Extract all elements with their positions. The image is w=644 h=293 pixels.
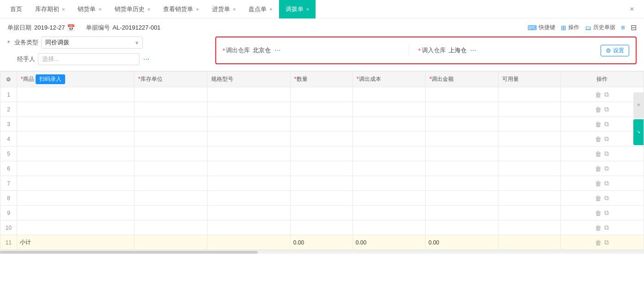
row-cost[interactable] [352,220,425,235]
copy-icon[interactable]: ⧉ [604,135,609,143]
tab-close-icon[interactable]: × [233,6,236,12]
row-cost[interactable] [352,206,425,220]
row-qty[interactable] [290,191,352,206]
delete-icon[interactable]: 🗑 [595,224,601,232]
row-amount[interactable] [425,191,498,206]
row-qty[interactable] [290,220,352,235]
operations-btn[interactable]: ⊞ 操作 [561,24,579,31]
delete-icon[interactable]: 🗑 [595,209,601,217]
row-avail[interactable] [498,176,560,191]
row-amount[interactable] [425,176,498,191]
copy-icon[interactable]: ⧉ [604,120,609,128]
copy-icon[interactable]: ⧉ [604,238,609,246]
row-product[interactable] [17,87,134,102]
row-avail[interactable] [498,191,560,206]
tab-close-icon[interactable]: × [147,6,150,12]
row-cost[interactable] [352,176,425,191]
agent-select[interactable]: 选择... [38,53,140,65]
tab-purchase[interactable]: 进货单 × [206,0,242,18]
layout-btn-1[interactable]: ≡ [621,24,625,32]
copy-icon[interactable]: ⧉ [604,150,609,158]
th-gear[interactable]: ⚙ [0,72,17,87]
tab-close-icon[interactable]: × [306,6,309,12]
tab-close-icon[interactable]: × [98,6,101,12]
sidebar-doc-btn[interactable]: ≡ [633,92,644,118]
row-cost[interactable] [352,191,425,206]
row-unit[interactable] [134,206,207,220]
tab-inventory-init[interactable]: 库存期初 × [29,0,71,18]
row-spec[interactable] [207,161,290,176]
row-cost[interactable] [352,87,425,102]
row-amount[interactable] [425,132,498,146]
row-spec[interactable] [207,102,290,117]
delete-icon[interactable]: 🗑 [595,150,601,158]
row-product[interactable] [17,161,134,176]
row-avail[interactable] [498,117,560,132]
copy-icon[interactable]: ⧉ [604,165,609,172]
row-cost[interactable] [352,117,425,132]
row-qty[interactable] [290,206,352,220]
row-qty[interactable] [290,87,352,102]
row-spec[interactable] [207,146,290,161]
in-warehouse-more-btn[interactable]: ··· [470,46,476,55]
row-spec[interactable] [207,206,290,220]
shortcuts-btn[interactable]: ⌨ 快捷键 [528,24,555,31]
delete-icon[interactable]: 🗑 [595,195,601,202]
row-spec[interactable] [207,176,290,191]
tab-close-icon[interactable]: × [196,6,199,12]
tab-sales-history[interactable]: 销货单历史 × [108,0,157,18]
delete-icon[interactable]: 🗑 [595,91,601,98]
row-qty[interactable] [290,146,352,161]
agent-more-btn[interactable]: ··· [143,55,149,63]
tab-close-icon[interactable]: × [62,6,65,12]
scan-button[interactable]: 扫码录入 [36,74,65,84]
row-product[interactable] [17,132,134,146]
row-product[interactable] [17,191,134,206]
row-qty[interactable] [290,161,352,176]
row-amount[interactable] [425,206,498,220]
row-product[interactable] [17,117,134,132]
business-type-select[interactable]: 同价调拨 ▾ [41,37,143,49]
row-cost[interactable] [352,102,425,117]
row-avail[interactable] [498,146,560,161]
row-unit[interactable] [134,87,207,102]
delete-icon[interactable]: 🗑 [595,239,601,246]
row-qty[interactable] [290,102,352,117]
row-spec[interactable] [207,87,290,102]
scrollbar-area[interactable] [0,250,644,254]
out-warehouse-more-btn[interactable]: ··· [274,46,280,55]
row-avail[interactable] [498,87,560,102]
tab-close-icon[interactable]: × [269,6,272,12]
copy-icon[interactable]: ⧉ [604,91,609,98]
tab-home[interactable]: 首页 [4,0,29,18]
tab-sales[interactable]: 销货单 × [71,0,108,18]
row-cost[interactable] [352,132,425,146]
row-avail[interactable] [498,220,560,235]
delete-icon[interactable]: 🗑 [595,121,601,128]
row-amount[interactable] [425,102,498,117]
row-amount[interactable] [425,117,498,132]
row-amount[interactable] [425,87,498,102]
delete-icon[interactable]: 🗑 [595,106,601,113]
tab-transfer[interactable]: 调拨单 × [279,0,316,18]
copy-icon[interactable]: ⧉ [604,224,609,232]
in-warehouse-value[interactable]: 上海仓 [449,46,467,55]
doc-num-value[interactable]: AL-20191227-001 [113,24,161,31]
row-spec[interactable] [207,220,290,235]
row-unit[interactable] [134,102,207,117]
row-product[interactable] [17,176,134,191]
scrollbar-thumb[interactable] [0,251,258,254]
row-qty[interactable] [290,132,352,146]
row-avail[interactable] [498,132,560,146]
row-unit[interactable] [134,132,207,146]
row-qty[interactable] [290,117,352,132]
row-amount[interactable] [425,161,498,176]
tab-stocktake[interactable]: 盘点单 × [242,0,279,18]
row-product[interactable] [17,220,134,235]
delete-icon[interactable]: 🗑 [595,165,601,172]
copy-icon[interactable]: ⧉ [604,179,609,187]
row-amount[interactable] [425,146,498,161]
copy-icon[interactable]: ⧉ [604,105,609,113]
row-avail[interactable] [498,206,560,220]
row-unit[interactable] [134,191,207,206]
